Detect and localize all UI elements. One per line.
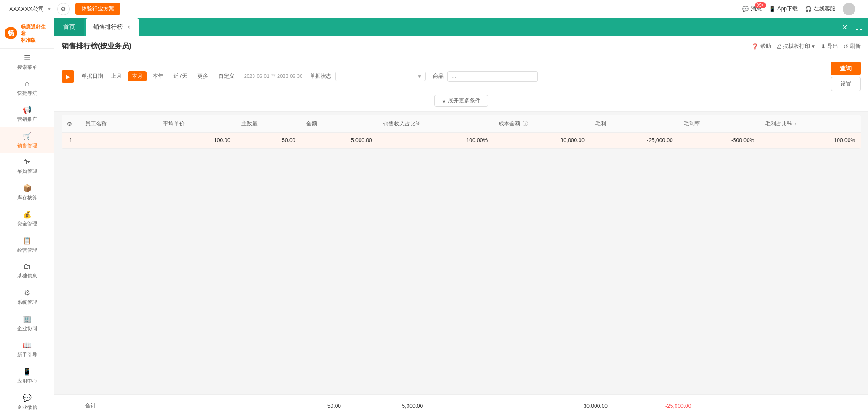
status-filter-label: 单据状态 [310,72,331,80]
date-btn-7days[interactable]: 近7天 [169,71,192,81]
tab-home-label: 首页 [63,23,75,31]
message-button[interactable]: 💬 消息 99+ [742,5,762,13]
sidebar-item-marketing[interactable]: 📢 营销推广 [0,101,54,127]
tab-active-label: 销售排行榜 [93,23,123,31]
page-title: 销售排行榜(按业务员) [62,42,132,57]
sidebar-item-wechat[interactable]: 💬 企业微信 [0,389,54,415]
marketing-icon: 📢 [23,105,32,114]
quick-filter-arrow[interactable]: ▶ [62,70,74,83]
settings-icon[interactable]: ⚙ [57,3,70,15]
sidebar-item-label: 销售管理 [17,142,37,149]
sidebar-item-finance[interactable]: 💰 资金管理 [0,206,54,232]
basic-icon: 🗂 [24,263,31,271]
total-row: 合计 50.00 5,000.00 30,000.00 -25,000.00 [62,398,861,413]
online-service-button[interactable]: 🎧 在线客服 [805,5,835,13]
sidebar-item-sales[interactable]: 🛒 销售管理 [0,127,54,153]
refresh-label: 刷新 [850,43,861,50]
total-empty-rank [62,398,80,413]
total-table: 合计 50.00 5,000.00 30,000.00 -25,000.00 [62,398,861,413]
avatar[interactable] [843,3,855,15]
sidebar-item-search[interactable]: ☰ 搜索菜单 [0,49,54,75]
export-button[interactable]: ⬇ 导出 [821,43,838,50]
th-gross-rate: 毛利率 [678,115,760,133]
sidebar-item-label: 库存核算 [17,194,37,201]
expand-button[interactable]: ∨ 展开更多条件 [434,95,488,107]
trial-button[interactable]: 体验行业方案 [75,3,120,15]
cell-cost: 30,000.00 [493,133,590,149]
print-button[interactable]: 🖨 按模板打印 ▼ [777,43,815,50]
date-btn-this-month[interactable]: 本月 [128,71,147,81]
main-layout: 畅 畅康通好生意 标准版 ☰ 搜索菜单 ⌂ 快捷导航 📢 营销推广 🛒 销售管理… [0,18,868,417]
refresh-button[interactable]: ↺ 刷新 [844,43,861,50]
settings-button[interactable]: 设置 [831,77,861,91]
total-gross: -25,000.00 [613,398,696,413]
total-amount: 5,000.00 [346,398,428,413]
date-btn-custom[interactable]: 自定义 [214,71,239,81]
th-cost: 成本全额 ⓘ [493,115,590,133]
print-label: 按模板打印 [783,43,810,50]
cell-gross-ratio: 100.00% [760,133,861,149]
tab-sales-ranking[interactable]: 销售排行榜 × [86,18,139,36]
table-container[interactable]: ⚙ 员工名称 平均单价 主数量 [54,112,868,394]
sidebar-item-label: 系统管理 [17,299,37,306]
expand-label: 展开更多条件 [448,97,480,105]
sidebar-item-guide[interactable]: 📖 新手引导 [0,336,54,363]
cost-info-icon[interactable]: ⓘ [523,120,528,127]
total-empty-ratio [428,398,531,413]
th-amount: 全额 [301,115,377,133]
sidebar-logo: 畅 畅康通好生意 标准版 [0,18,54,49]
sidebar-item-purchase[interactable]: 🛍 采购管理 [0,153,54,179]
finance-icon: 💰 [23,210,32,219]
date-range-buttons: 上月 本月 本年 近7天 更多 [107,71,239,81]
date-btn-this-year[interactable]: 本年 [149,71,168,81]
cell-name [80,133,158,149]
top-header: XXXXXX公司 ▼ ⚙ 体验行业方案 💬 消息 99+ 📱 App下载 🎧 在… [0,0,868,18]
tab-close-all-button[interactable]: ✕ [839,22,850,33]
expand-row: ∨ 展开更多条件 [62,95,861,107]
date-filter: 单据日期 上月 本月 本年 近7天 [82,71,302,81]
status-select[interactable]: ▼ [335,72,426,81]
table-header-row: ⚙ 员工名称 平均单价 主数量 [62,115,861,133]
goods-filter-label: 商品 [433,72,444,80]
table-settings-icon[interactable]: ⚙ [67,121,72,127]
query-button[interactable]: 查询 [831,62,861,75]
sidebar-item-basic[interactable]: 🗂 基础信息 [0,258,54,284]
app-download-button[interactable]: 📱 App下载 [769,5,798,13]
sidebar-item-operation[interactable]: 📋 经营管理 [0,232,54,258]
sidebar-item-enterprise[interactable]: 🏢 企业协同 [0,310,54,336]
total-empty-rate [696,398,778,413]
tab-close-icon[interactable]: × [126,23,131,31]
total-cost: 30,000.00 [531,398,613,413]
sidebar-item-label: 采购管理 [17,168,37,175]
guide-icon: 📖 [23,341,32,350]
print-chevron-icon: ▼ [811,44,815,49]
home-icon: ⌂ [25,80,29,88]
sidebar-item-apps[interactable]: 📱 应用中心 [0,363,54,389]
cell-sales-ratio: 100.00% [378,133,493,149]
company-selector[interactable]: XXXXXX公司 ▼ [5,3,55,15]
goods-input[interactable]: ... [447,71,538,82]
sidebar-item-quick[interactable]: ⌂ 快捷导航 [0,75,54,101]
date-btn-last-month[interactable]: 上月 [107,71,126,81]
cell-gross: -25,000.00 [590,133,678,149]
sidebar-item-inventory[interactable]: 📦 库存核算 [0,179,54,206]
table-row[interactable]: 1 100.00 50.00 [62,133,861,149]
sidebar-item-member[interactable]: V 畅会员 [0,415,54,417]
page-header: 销售排行榜(按业务员) ❓ 帮助 🖨 按模板打印 ▼ ⬇ 导出 [54,36,868,57]
sidebar-item-label: 基础信息 [17,273,37,279]
date-btn-more[interactable]: 更多 [193,71,212,81]
th-sales-ratio: 销售收入占比% [378,115,493,133]
date-filter-label: 单据日期 [82,72,103,80]
th-gross: 毛利 [590,115,678,133]
tab-expand-button[interactable]: ⛶ [854,22,864,33]
gross-ratio-sort-icon[interactable]: ↕ [794,121,796,126]
sidebar-item-system[interactable]: ⚙ 系统管理 [0,284,54,310]
tab-home[interactable]: 首页 [54,18,84,36]
app-download-label: App下载 [777,5,798,13]
sidebar-item-label: 快捷导航 [17,90,37,96]
cell-quantity: 50.00 [236,133,301,149]
logo-icon: 畅 [4,26,18,40]
help-button[interactable]: ❓ 帮助 [752,43,771,50]
footer-total: 合计 50.00 5,000.00 30,000.00 -25,000.00 [54,394,868,417]
cell-rank: 1 [62,133,80,149]
